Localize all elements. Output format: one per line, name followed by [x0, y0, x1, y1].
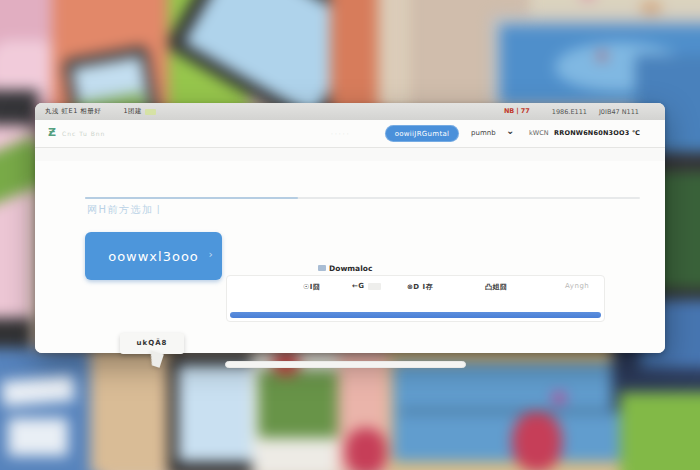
downloads-icon — [318, 265, 326, 271]
main-download-button[interactable]: oowwxl3ooo › — [85, 232, 222, 280]
downloads-title-label: Dowmaloc — [329, 264, 372, 273]
progress-bar — [230, 312, 601, 318]
menu-item-3[interactable]: ⊗D Ⅰ存 — [407, 282, 433, 292]
menu-item-2[interactable]: ←G — [352, 282, 381, 290]
desktop-background: 丸浅 虹E1 相册好 1团建 NB〡77 1986.E111 J0IB47 N1… — [0, 0, 700, 470]
downloads-panel: ☉I囧 ←G ⊗D Ⅰ存 凸姐囧 Ayngh — [226, 275, 605, 322]
menu-item-5[interactable]: Ayngh — [565, 282, 589, 290]
menu-item-2-label: ←G — [352, 282, 365, 290]
page-content: 网H前方选加〡 oowwxl3ooo › ukQÄ8 Dowmaloc ☉I囧 … — [35, 148, 665, 353]
page-title: 网H前方选加〡 — [87, 203, 165, 217]
menu-item-1[interactable]: ☉I囧 — [303, 282, 320, 292]
menu-item-2-box — [368, 283, 381, 290]
empty-bar — [225, 361, 466, 368]
header-faint-text: ····· — [331, 130, 351, 137]
content-top-strip — [35, 148, 665, 161]
menu-item-4[interactable]: 凸姐囧 — [485, 282, 508, 292]
header-account-text[interactable]: RRONW6N60N3OO3 ℃ — [554, 129, 640, 137]
topbar-highlight — [145, 109, 156, 115]
site-logo-text: Cnc Tu Bnn — [62, 130, 105, 137]
topbar-left-text: 丸浅 虹E1 相册好 — [45, 107, 101, 116]
main-download-button-label: oowwxl3ooo — [108, 249, 199, 264]
header-dropdown[interactable]: pumnb — [471, 129, 496, 137]
chevron-right-icon: › — [209, 248, 214, 261]
site-logo-icon[interactable]: Ƶ — [46, 127, 58, 139]
topbar-badge: NB〡77 — [504, 107, 530, 116]
browser-topbar: 丸浅 虹E1 相册好 1团建 NB〡77 1986.E111 J0IB47 N1… — [35, 103, 665, 120]
chevron-down-icon[interactable]: ⌄ — [506, 125, 514, 136]
header-link[interactable]: kWCN — [529, 129, 549, 137]
topbar-tab-text: 1团建 — [123, 107, 142, 116]
downloads-title: Dowmaloc — [329, 264, 372, 273]
section-divider-accent — [85, 197, 298, 199]
site-header: Ƶ Cnc Tu Bnn ····· oowiiJRGumtal pumnb ⌄… — [35, 120, 665, 148]
browser-window: 丸浅 虹E1 相册好 1团建 NB〡77 1986.E111 J0IB47 N1… — [35, 103, 665, 353]
topbar-stat-2: J0IB47 N111 — [599, 108, 639, 116]
header-download-button[interactable]: oowiiJRGumtal — [385, 125, 459, 142]
topbar-stat-1: 1986.E111 — [552, 108, 587, 116]
